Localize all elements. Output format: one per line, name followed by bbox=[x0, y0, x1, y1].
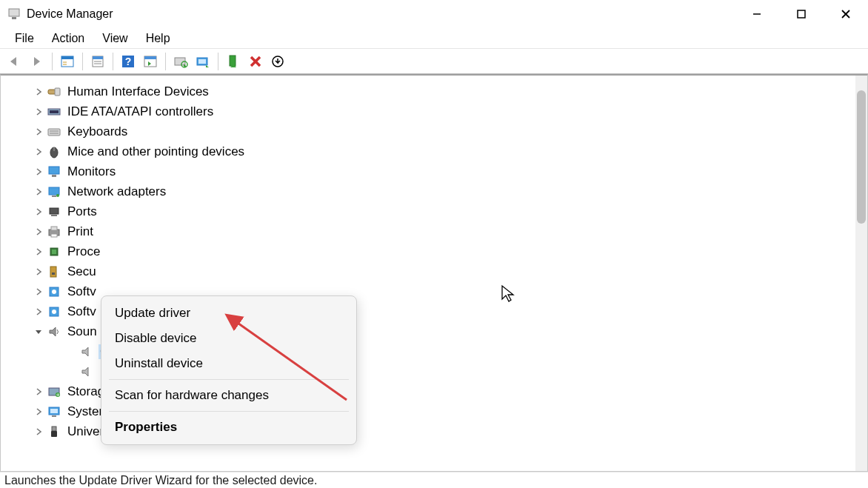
tree-node[interactable]: Mice and other pointing devices bbox=[1, 141, 867, 161]
port-icon bbox=[47, 204, 61, 219]
enable-device-button[interactable] bbox=[223, 51, 244, 72]
system-icon bbox=[47, 404, 61, 419]
chevron-right-icon[interactable] bbox=[33, 87, 44, 97]
context-update-driver[interactable]: Update driver bbox=[101, 301, 356, 326]
svg-rect-35 bbox=[49, 167, 59, 174]
context-scan-hardware[interactable]: Scan for hardware changes bbox=[101, 383, 356, 408]
tree-node-label: Softv bbox=[66, 284, 98, 299]
action-button[interactable] bbox=[140, 51, 161, 72]
menu-action[interactable]: Action bbox=[44, 30, 92, 47]
tree-node[interactable]: Network adapters bbox=[1, 181, 867, 201]
chevron-right-icon[interactable] bbox=[33, 227, 44, 237]
context-uninstall-device[interactable]: Uninstall device bbox=[101, 351, 356, 376]
usb-icon bbox=[47, 424, 61, 439]
svg-rect-38 bbox=[52, 195, 56, 197]
chevron-right-icon[interactable] bbox=[33, 187, 44, 197]
disable-device-button[interactable] bbox=[267, 51, 288, 72]
context-disable-device[interactable]: Disable device bbox=[101, 326, 356, 351]
expander-none bbox=[66, 367, 76, 377]
svg-rect-47 bbox=[50, 267, 56, 277]
chevron-right-icon[interactable] bbox=[33, 287, 44, 297]
svg-rect-1 bbox=[12, 17, 16, 19]
chevron-right-icon[interactable] bbox=[33, 167, 44, 177]
maximize-button[interactable] bbox=[779, 0, 824, 28]
chevron-right-icon[interactable] bbox=[33, 387, 44, 397]
tree-node-label: Monitors bbox=[66, 164, 117, 179]
network-icon bbox=[47, 184, 61, 199]
chevron-right-icon[interactable] bbox=[33, 127, 44, 137]
svg-rect-46 bbox=[52, 250, 56, 254]
statusbar-text: Launches the Update Driver Wizard for th… bbox=[4, 474, 317, 487]
menu-file[interactable]: File bbox=[7, 30, 41, 47]
show-hide-tree-button[interactable] bbox=[57, 51, 78, 72]
device-tree-container: Human Interface DevicesIDE ATA/ATAPI con… bbox=[0, 74, 868, 472]
tree-node[interactable]: Human Interface Devices bbox=[1, 81, 867, 101]
tree-node[interactable]: Ports bbox=[1, 201, 867, 221]
context-properties[interactable]: Properties bbox=[101, 415, 356, 440]
back-button[interactable] bbox=[4, 51, 25, 72]
forward-button[interactable] bbox=[27, 51, 47, 72]
storage-icon: ⚙ bbox=[47, 384, 61, 399]
tree-node-label: Proce bbox=[66, 244, 101, 259]
chevron-right-icon[interactable] bbox=[33, 107, 44, 117]
titlebar: Device Manager bbox=[0, 0, 868, 28]
help-button[interactable]: ? bbox=[118, 51, 138, 72]
svg-rect-40 bbox=[50, 208, 59, 214]
tree-node-label: Print bbox=[66, 224, 95, 239]
svg-rect-58 bbox=[52, 415, 56, 417]
statusbar: Launches the Update Driver Wizard for th… bbox=[0, 472, 868, 488]
svg-rect-0 bbox=[9, 9, 19, 16]
scan-hardware-button[interactable] bbox=[170, 51, 191, 72]
chevron-right-icon[interactable] bbox=[33, 247, 44, 257]
tree-node[interactable]: Monitors bbox=[1, 161, 867, 181]
menu-view[interactable]: View bbox=[95, 30, 135, 47]
tree-node-label: Secu bbox=[66, 264, 98, 279]
chevron-right-icon[interactable] bbox=[33, 147, 44, 157]
svg-rect-27 bbox=[55, 88, 60, 96]
vertical-scrollbar[interactable] bbox=[855, 76, 867, 471]
chevron-right-icon[interactable] bbox=[33, 427, 44, 437]
svg-rect-36 bbox=[52, 175, 56, 177]
menu-help[interactable]: Help bbox=[138, 30, 178, 47]
properties-button[interactable] bbox=[87, 51, 108, 72]
chevron-down-icon[interactable] bbox=[33, 327, 44, 337]
menubar: File Action View Help bbox=[0, 28, 868, 49]
context-separator bbox=[109, 411, 349, 412]
tree-node[interactable]: Proce bbox=[1, 241, 867, 261]
chevron-right-icon[interactable] bbox=[33, 267, 44, 277]
svg-rect-11 bbox=[93, 56, 103, 59]
chevron-right-icon[interactable] bbox=[33, 207, 44, 217]
svg-point-39 bbox=[56, 194, 59, 197]
svg-rect-59 bbox=[52, 427, 56, 431]
tree-node[interactable]: Secu bbox=[1, 261, 867, 281]
chevron-right-icon[interactable] bbox=[33, 307, 44, 317]
expander-none bbox=[66, 347, 76, 357]
context-menu: Update driver Disable device Uninstall d… bbox=[101, 295, 357, 445]
tree-node[interactable]: IDE ATA/ATAPI controllers bbox=[1, 101, 867, 121]
tree-node[interactable]: Keyboards bbox=[1, 121, 867, 141]
update-driver-button[interactable] bbox=[193, 51, 213, 72]
security-icon bbox=[47, 264, 61, 279]
toolbar: ? bbox=[0, 49, 868, 74]
printer-icon bbox=[47, 224, 61, 239]
tree-node-label: Network adapters bbox=[66, 184, 167, 199]
svg-rect-22 bbox=[230, 56, 236, 66]
mouse-icon bbox=[47, 144, 61, 159]
svg-rect-60 bbox=[51, 431, 57, 437]
tree-node-label: IDE ATA/ATAPI controllers bbox=[66, 104, 215, 119]
close-button[interactable] bbox=[824, 0, 868, 28]
scrollbar-thumb[interactable] bbox=[857, 90, 866, 224]
svg-rect-41 bbox=[51, 215, 57, 216]
software-icon bbox=[47, 284, 61, 299]
tree-node[interactable]: Print bbox=[1, 221, 867, 241]
keyboard-icon bbox=[47, 124, 61, 139]
svg-rect-3 bbox=[798, 10, 805, 18]
context-separator bbox=[109, 379, 349, 380]
window-title: Device Manager bbox=[27, 7, 113, 21]
sound-icon bbox=[47, 324, 61, 339]
svg-rect-29 bbox=[50, 110, 59, 113]
uninstall-device-button[interactable] bbox=[245, 51, 266, 72]
chevron-right-icon[interactable] bbox=[33, 407, 44, 417]
processor-icon bbox=[47, 244, 61, 259]
minimize-button[interactable] bbox=[735, 0, 779, 28]
